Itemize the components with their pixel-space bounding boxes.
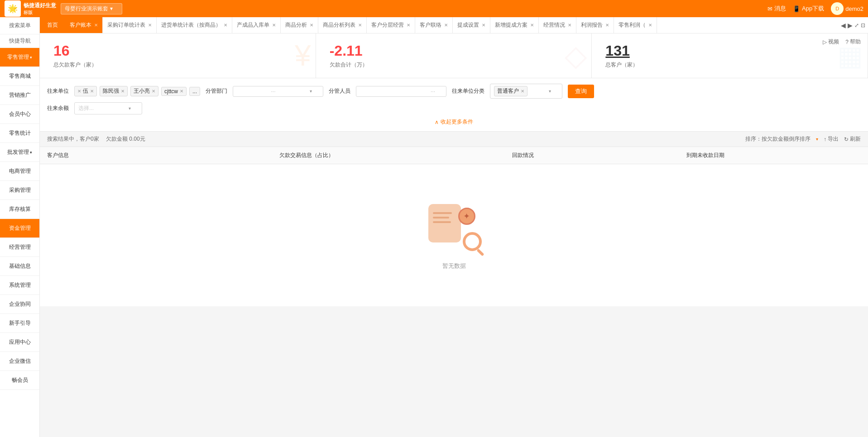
filter-tag-wu[interactable]: ✕ 伍 ✕ [74, 86, 97, 96]
tab-new-promotion-close[interactable]: ✕ [530, 23, 534, 28]
tab-promotion-settings-close[interactable]: ✕ [482, 23, 485, 28]
sidebar-item-inventory[interactable]: 库存核算 [0, 200, 39, 219]
tab-expand[interactable]: ⤢ [854, 22, 859, 28]
stat-debt-value: -2.11 [330, 43, 578, 59]
tab-product-analysis-list-close[interactable]: ✕ [358, 23, 362, 28]
tab-purchase-order-stats-label: 采购订单统计表 [107, 21, 145, 29]
tab-product-analysis-label: 商品分析 [285, 21, 307, 29]
tab-promotion-settings[interactable]: 提成设置 ✕ [453, 17, 490, 33]
tab-purchase-order-stats[interactable]: 采购订单统计表 ✕ [103, 17, 157, 33]
sidebar-search[interactable]: 搜索菜单 [0, 17, 39, 34]
tab-retail-profit[interactable]: 零售利润（ ✕ [614, 17, 657, 33]
tab-inbound-stats[interactable]: 进货单统计表（按商品） ✕ [157, 17, 232, 33]
sidebar-item-retail-stats[interactable]: 零售统计 [0, 124, 39, 143]
sidebar-item-new-guide[interactable]: 新手引导 [0, 314, 39, 333]
sidebar-item-enterprise[interactable]: 企业协同 [0, 295, 39, 314]
tab-customer-segment-close[interactable]: ✕ [407, 23, 410, 28]
tab-new-promotion[interactable]: 新增提成方案 ✕ [490, 17, 539, 33]
sidebar-item-system-mgmt[interactable]: 系统管理 [0, 276, 39, 295]
tab-customer-ledger[interactable]: 客户账本 ✕ [65, 17, 103, 33]
app-download-button[interactable]: 📱 App下载 [793, 5, 824, 13]
page-content: ¥ 16 总欠款客户（家） ◇ -2.11 欠款合计（万） ▦ 131 [40, 33, 868, 437]
tab-product-inbound-close[interactable]: ✕ [272, 23, 276, 28]
tab-retail-profit-close[interactable]: ✕ [648, 23, 652, 28]
sidebar-item-batch-mgmt[interactable]: 批发管理 ▾ [0, 143, 39, 162]
sidebar-item-operations[interactable]: 经营管理 [0, 238, 39, 257]
tab-customer-contact[interactable]: 客户联络 ✕ [415, 17, 453, 33]
collapse-button[interactable]: ∧ 收起更多条件 [435, 118, 473, 126]
sidebar-item-app-center[interactable]: 应用中心 [0, 333, 39, 352]
category-tag[interactable]: 普通客户 ✕ [494, 86, 528, 96]
sidebar-item-member[interactable]: 畅会员 [0, 371, 39, 390]
retail-mgmt-arrow: ▾ [30, 55, 32, 60]
filter-tag-more[interactable]: ... [189, 87, 200, 96]
home-tab-label: 首页 [47, 21, 58, 29]
tab-product-analysis-list[interactable]: 商品分析列表 ✕ [318, 17, 367, 33]
tab-home[interactable]: 首页 [40, 17, 65, 33]
help-action[interactable]: ? 帮助 [845, 38, 861, 46]
filter-tag-cjttcw[interactable]: cjttcw ✕ [161, 87, 187, 96]
tab-arrow-left[interactable]: ◀ [841, 22, 846, 29]
manager-select-more[interactable]: ··· [431, 88, 435, 95]
tab-purchase-order-stats-close[interactable]: ✕ [148, 23, 152, 28]
tab-profit-report-label: 利润报告 [581, 21, 603, 29]
tab-collapse[interactable]: ⊡ [861, 22, 865, 28]
tab-inbound-stats-label: 进货单统计表（按商品） [161, 21, 221, 29]
stat-total-debtors: ¥ 16 总欠款客户（家） [40, 33, 316, 78]
filter-tag-wu-remove[interactable]: ✕ [90, 89, 94, 94]
balance-filter-select[interactable]: 选择... ▾ [74, 102, 142, 114]
tab-promotion-settings-label: 提成设置 [457, 21, 479, 29]
filter-tag-cjttcw-remove[interactable]: ✕ [180, 89, 183, 94]
workspace-selector[interactable]: 母婴行业演示账套 ▾ [61, 3, 122, 14]
tab-product-analysis[interactable]: 商品分析 ✕ [281, 17, 318, 33]
filter-tag-wang[interactable]: 王小亮 ✕ [130, 86, 158, 96]
user-profile[interactable]: D demo2 [831, 2, 863, 15]
tab-customer-segment[interactable]: 客户分层经营 ✕ [367, 17, 415, 33]
category-tag-remove[interactable]: ✕ [521, 89, 524, 94]
scroll-line-1 [433, 212, 452, 214]
refresh-label: 刷新 [850, 135, 861, 143]
sidebar-item-ecommerce[interactable]: 电商管理 [0, 162, 39, 181]
dept-select-more[interactable]: ··· [271, 88, 276, 95]
filter-tag-wang-remove[interactable]: ✕ [152, 89, 155, 94]
category-filter-select[interactable]: 普通客户 ✕ ▾ [490, 84, 562, 99]
tab-customer-ledger-close[interactable]: ✕ [94, 23, 98, 28]
tab-retail-profit-label: 零售利润（ [619, 21, 646, 29]
search-button[interactable]: 查询 [568, 85, 594, 98]
manager-filter-select[interactable]: ··· [356, 86, 446, 97]
filter-tag-chen[interactable]: 陈民强 ✕ [100, 86, 128, 96]
sidebar-item-purchase[interactable]: 采购管理 [0, 181, 39, 200]
tab-product-inbound-label: 产成品入库单 [237, 21, 269, 29]
tab-profit-report[interactable]: 利润报告 ✕ [576, 17, 614, 33]
tab-operations-status-close[interactable]: ✕ [568, 23, 571, 28]
tab-navigation-arrows: ◀ ▶ ⤢ ⊡ [838, 22, 868, 29]
message-button[interactable]: ✉ 消息 [767, 5, 786, 13]
tab-operations-status[interactable]: 经营情况 ✕ [539, 17, 576, 33]
sidebar-quick-nav[interactable]: 快捷导航 [0, 34, 39, 48]
sidebar-item-enterprise-wx[interactable]: 企业微信 [0, 352, 39, 371]
filter-tag-chen-remove[interactable]: ✕ [121, 89, 125, 94]
tab-product-inbound[interactable]: 产成品入库单 ✕ [232, 17, 281, 33]
balance-placeholder: 选择... [78, 104, 94, 112]
tab-profit-report-close[interactable]: ✕ [605, 23, 609, 28]
help-icon: ? [845, 39, 849, 45]
tab-product-analysis-close[interactable]: ✕ [310, 23, 313, 28]
tab-inbound-stats-close[interactable]: ✕ [224, 23, 227, 28]
enterprise-wx-label: 企业微信 [9, 358, 31, 364]
refresh-button[interactable]: ↻ 刷新 [844, 135, 861, 143]
sidebar-item-retail-mall[interactable]: 零售商城 [0, 67, 39, 86]
sidebar-item-basic-info[interactable]: 基础信息 [0, 257, 39, 276]
sidebar-item-finance[interactable]: 资金管理 [0, 219, 39, 238]
workspace-name: 母婴行业演示账套 [65, 5, 108, 13]
sidebar-item-member-center[interactable]: 会员中心 [0, 105, 39, 124]
basic-info-label: 基础信息 [9, 263, 31, 269]
dept-filter-select[interactable]: ··· ▾ [233, 86, 323, 97]
tab-arrow-right[interactable]: ▶ [848, 22, 853, 29]
stat-debt-label: 欠款合计（万） [330, 61, 578, 69]
sidebar-item-marketing[interactable]: 营销推广 [0, 86, 39, 105]
sidebar-item-retail-mgmt[interactable]: 零售管理 ▾ [0, 48, 39, 67]
tab-customer-contact-close[interactable]: ✕ [444, 23, 448, 28]
export-button[interactable]: ↑ 导出 [824, 135, 839, 143]
video-action[interactable]: ▷ 视频 [823, 38, 839, 46]
filter-tag-wu-close-x[interactable]: ✕ [77, 89, 81, 94]
